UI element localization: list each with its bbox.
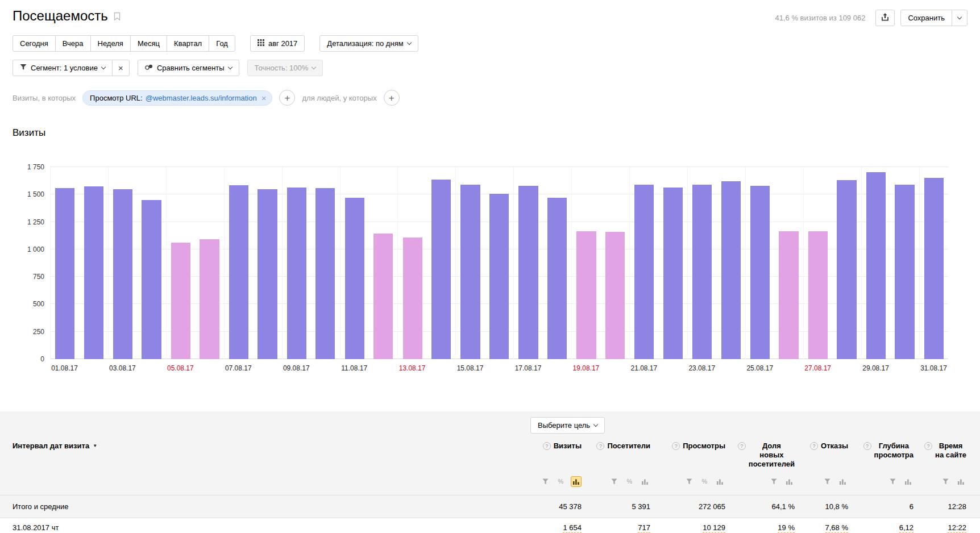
bar-15.08.17[interactable] bbox=[460, 185, 480, 359]
row-label[interactable]: 31.08.2017 чт bbox=[13, 523, 500, 532]
bar-13.08.17[interactable] bbox=[403, 238, 422, 359]
detalization-button[interactable]: Детализация: по дням bbox=[319, 35, 418, 52]
bar-23.08.17[interactable] bbox=[692, 185, 712, 359]
bar-26.08.17[interactable] bbox=[779, 231, 798, 359]
chart-bar-slot bbox=[79, 167, 107, 359]
bar-17.08.17[interactable] bbox=[518, 186, 538, 359]
chip-remove-icon[interactable]: × bbox=[261, 93, 267, 103]
bar-14.08.17[interactable] bbox=[431, 180, 451, 359]
filter-icon[interactable] bbox=[540, 476, 551, 487]
bar-06.08.17[interactable] bbox=[200, 239, 219, 359]
chip-url-link[interactable]: @webmaster.leads.su/information bbox=[146, 94, 257, 102]
column-header-label[interactable]: Время на сайте bbox=[935, 442, 966, 460]
column-header-label[interactable]: Просмотры bbox=[683, 442, 725, 451]
bar-chart-icon[interactable] bbox=[837, 476, 848, 487]
metric-value-link[interactable]: 7,68 % bbox=[825, 523, 848, 533]
choose-goal-button[interactable]: Выберите цель bbox=[530, 417, 605, 434]
bar-04.08.17[interactable] bbox=[142, 200, 161, 359]
help-icon[interactable]: ? bbox=[924, 442, 932, 450]
export-button[interactable] bbox=[875, 10, 895, 26]
bar-10.08.17[interactable] bbox=[315, 188, 335, 359]
bar-27.08.17[interactable] bbox=[808, 231, 828, 359]
bar-16.08.17[interactable] bbox=[489, 194, 509, 359]
bar-19.08.17[interactable] bbox=[576, 231, 596, 359]
help-icon[interactable]: ? bbox=[810, 442, 818, 450]
help-icon[interactable]: ? bbox=[863, 442, 871, 450]
table-header-date-interval[interactable]: Интервал дат визита ▼ bbox=[13, 442, 500, 450]
bar-11.08.17[interactable] bbox=[345, 198, 364, 359]
column-header-label[interactable]: Глубина просмотра bbox=[874, 442, 913, 460]
bar-28.08.17[interactable] bbox=[837, 180, 856, 359]
percent-icon[interactable]: % bbox=[555, 476, 566, 487]
save-dropdown-button[interactable] bbox=[952, 10, 967, 26]
segment-button[interactable]: Сегмент: 1 условие bbox=[13, 60, 113, 76]
bar-chart-icon[interactable] bbox=[715, 476, 725, 487]
bar-chart-icon[interactable] bbox=[784, 476, 795, 487]
save-button[interactable]: Сохранить bbox=[900, 10, 952, 26]
bar-08.08.17[interactable] bbox=[258, 189, 277, 359]
metric-value-link[interactable]: 717 bbox=[638, 523, 650, 533]
bar-07.08.17[interactable] bbox=[229, 185, 248, 359]
bar-chart-icon[interactable] bbox=[571, 476, 582, 487]
period-tab-5[interactable]: Квартал bbox=[167, 35, 209, 52]
bar-03.08.17[interactable] bbox=[113, 189, 132, 359]
percent-icon[interactable]: % bbox=[699, 476, 710, 487]
bookmark-icon[interactable] bbox=[114, 12, 121, 23]
period-tab-3[interactable]: Неделя bbox=[90, 35, 131, 52]
bar-22.08.17[interactable] bbox=[663, 188, 683, 359]
period-tab-4[interactable]: Месяц bbox=[130, 35, 167, 52]
url-filter-chip[interactable]: Просмотр URL: @webmaster.leads.su/inform… bbox=[82, 90, 272, 106]
bar-30.08.17[interactable] bbox=[895, 185, 914, 359]
bar-25.08.17[interactable] bbox=[750, 186, 770, 359]
filter-icon[interactable] bbox=[769, 476, 779, 487]
help-icon[interactable]: ? bbox=[738, 442, 746, 450]
period-tab-6[interactable]: Год bbox=[209, 35, 235, 52]
metric-value-link[interactable]: 1 654 bbox=[563, 523, 582, 533]
metric-value-link[interactable]: 6,12 bbox=[899, 523, 913, 533]
help-icon[interactable]: ? bbox=[672, 442, 680, 450]
column-header-label[interactable]: Визиты bbox=[554, 442, 582, 451]
bar-09.08.17[interactable] bbox=[287, 188, 306, 359]
bar-18.08.17[interactable] bbox=[547, 198, 567, 359]
help-icon[interactable]: ? bbox=[543, 442, 551, 450]
period-tab-1[interactable]: Сегодня bbox=[13, 35, 56, 52]
column-header-label[interactable]: Отказы bbox=[821, 442, 848, 451]
bar-chart-icon[interactable] bbox=[640, 476, 650, 487]
column-header-label[interactable]: Доля новых посетителей bbox=[749, 442, 795, 469]
bar-31.08.17[interactable] bbox=[924, 178, 944, 359]
metric-value-link[interactable]: 19 % bbox=[778, 523, 795, 533]
period-tab-2[interactable]: Вчера bbox=[55, 35, 91, 52]
compare-segments-button[interactable]: Сравнить сегменты bbox=[138, 60, 239, 76]
chart-bar-slot bbox=[137, 167, 165, 359]
segment-clear-button[interactable]: × bbox=[112, 60, 130, 76]
filter-icon[interactable] bbox=[609, 476, 620, 487]
chart-bar-slot bbox=[166, 167, 195, 359]
bar-05.08.17[interactable] bbox=[171, 243, 190, 359]
percent-icon[interactable]: % bbox=[624, 476, 635, 487]
bar-21.08.17[interactable] bbox=[634, 185, 654, 359]
bar-chart-icon[interactable] bbox=[956, 476, 966, 487]
filter-icon[interactable] bbox=[940, 476, 951, 487]
filter-icon[interactable] bbox=[822, 476, 833, 487]
goal-row: Выберите цель bbox=[0, 411, 980, 434]
filter-icon[interactable] bbox=[684, 476, 695, 487]
bar-24.08.17[interactable] bbox=[721, 181, 741, 359]
add-visit-condition-button[interactable]: + bbox=[279, 90, 295, 106]
bar-12.08.17[interactable] bbox=[373, 234, 393, 359]
help-icon[interactable]: ? bbox=[596, 442, 604, 450]
bar-20.08.17[interactable] bbox=[605, 232, 625, 359]
x-tick-label: 29.08.17 bbox=[861, 364, 890, 372]
bar-chart-icon[interactable] bbox=[903, 476, 913, 487]
for-people-label: для людей, у которых bbox=[302, 94, 376, 102]
add-people-condition-button[interactable]: + bbox=[384, 90, 400, 106]
accuracy-button[interactable]: Точность: 100% bbox=[247, 60, 323, 76]
filter-icon[interactable] bbox=[887, 476, 898, 487]
bar-02.08.17[interactable] bbox=[84, 186, 103, 359]
calendar-button[interactable]: авг 2017 bbox=[250, 35, 305, 52]
metric-value-link[interactable]: 10 129 bbox=[703, 523, 725, 533]
bar-01.08.17[interactable] bbox=[55, 188, 74, 359]
period-tabs: СегодняВчераНеделяМесяцКварталГод bbox=[13, 35, 235, 52]
column-header-label[interactable]: Посетители bbox=[607, 442, 650, 451]
metric-value-link[interactable]: 12:22 bbox=[948, 523, 966, 533]
bar-29.08.17[interactable] bbox=[866, 172, 886, 359]
